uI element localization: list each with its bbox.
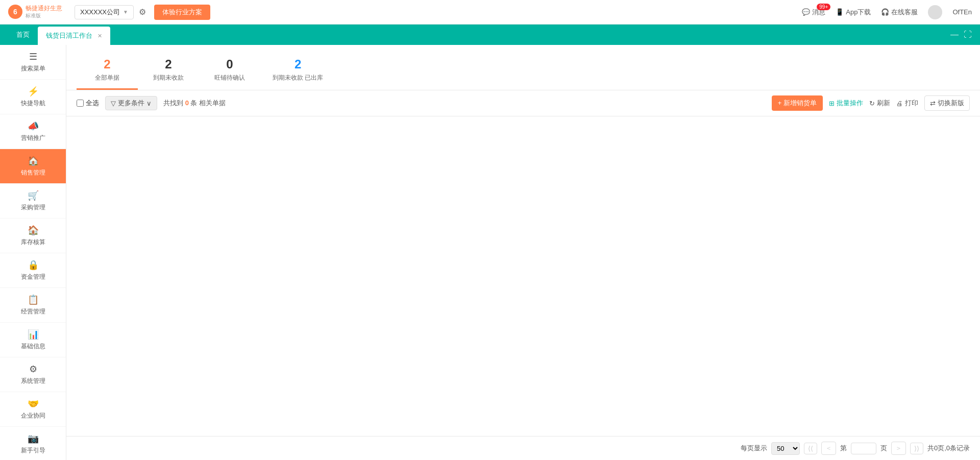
chevron-down-icon: ▼ xyxy=(123,9,128,15)
system-icon: ⚙ xyxy=(29,364,37,375)
trial-button[interactable]: 体验行业方案 xyxy=(154,5,210,20)
sidebar-item-inventory[interactable]: 🏠 库存核算 xyxy=(0,219,66,253)
stat-card-overdue_out[interactable]: 2 到期未收款 已出库 xyxy=(260,53,335,90)
close-tab-icon[interactable]: ✕ xyxy=(97,33,102,39)
sidebar-item-basic[interactable]: 📊 基础信息 xyxy=(0,323,66,357)
minimize-icon[interactable]: — xyxy=(950,30,959,39)
nav-tabs: 首页 钱货日清工作台 ✕ — ⛶ xyxy=(0,25,980,45)
stat-num-overdue_out: 2 xyxy=(295,57,301,71)
filter-icon: ▽ xyxy=(111,100,116,107)
result-suffix: 条 相关单据 xyxy=(190,99,226,107)
select-all-input[interactable] xyxy=(77,100,84,107)
sidebar-item-marketing[interactable]: 📣 营销推广 xyxy=(0,114,66,149)
last-page-button[interactable]: ⟩⟩ xyxy=(910,443,923,454)
stat-card-overdue[interactable]: 2 到期未收款 xyxy=(138,53,199,90)
logo-tag: 标准版 xyxy=(26,12,62,19)
print-button[interactable]: 🖨 打印 xyxy=(896,99,918,108)
logo-icon: 6 xyxy=(8,5,22,19)
sidebar-item-shortcut[interactable]: ⚡ 快捷导航 xyxy=(0,80,66,114)
sales-icon: 🏠 xyxy=(28,155,39,166)
tab-workbench-label: 钱货日清工作台 xyxy=(46,31,92,40)
prev-page-button[interactable]: ＜ xyxy=(821,442,836,455)
inventory-icon: 🏠 xyxy=(28,225,39,236)
total-info: 共0页,0条记录 xyxy=(927,444,970,453)
result-count: 0 xyxy=(185,99,189,107)
sidebar-item-label: 采购管理 xyxy=(21,203,45,212)
message-action[interactable]: 💬 消息 99+ xyxy=(802,8,825,17)
switch-version-button[interactable]: ⇄ 切换新版 xyxy=(924,95,970,111)
company-name: XXXXXX公司 xyxy=(80,8,120,17)
sidebar-item-operation[interactable]: 📋 经营管理 xyxy=(0,288,66,323)
logo-area: 6 畅捷通好生意 标准版 xyxy=(8,5,75,19)
basic-icon: 📊 xyxy=(28,329,39,340)
tab-workbench[interactable]: 钱货日清工作台 ✕ xyxy=(38,27,110,45)
stat-desc-all: 全部单据 xyxy=(95,74,119,82)
purchase-icon: 🛒 xyxy=(28,190,39,201)
settings-icon[interactable]: ⚙ xyxy=(139,7,146,17)
select-all-label: 全选 xyxy=(86,99,99,108)
result-text: 共找到 0 条 相关单据 xyxy=(163,99,226,108)
enterprise-icon: 🤝 xyxy=(28,398,39,409)
stat-num-overdue: 2 xyxy=(165,57,172,71)
refresh-button[interactable]: ↻ 刷新 xyxy=(869,99,890,108)
online-service-action[interactable]: 🎧 在线客服 xyxy=(881,8,918,17)
switch-label: 切换新版 xyxy=(938,99,964,108)
page-label: 第 xyxy=(840,444,847,453)
batch-action-button[interactable]: ⊞ 批量操作 xyxy=(829,99,863,108)
sidebar-item-label: 销售管理 xyxy=(21,168,45,177)
batch-label: 批量操作 xyxy=(837,99,863,108)
toolbar-left: 全选 ▽ 更多条件 ∨ 共找到 0 条 相关单据 xyxy=(77,96,766,110)
sidebar-item-guide[interactable]: 📷 新手引导 xyxy=(0,427,66,460)
per-page-select[interactable]: 2050100200 xyxy=(771,442,800,455)
sidebar-item-label: 经营管理 xyxy=(21,307,45,316)
sidebar-item-search[interactable]: ☰ 搜索菜单 xyxy=(0,45,66,80)
sidebar-item-label: 搜索菜单 xyxy=(21,64,45,73)
refresh-icon: ↻ xyxy=(869,100,875,107)
search-icon: ☰ xyxy=(29,51,37,62)
logo-name: 畅捷通好生意 xyxy=(26,5,62,12)
select-all-checkbox[interactable]: 全选 xyxy=(77,99,99,108)
page-end-label: 页 xyxy=(880,444,887,453)
sidebar-item-enterprise[interactable]: 🤝 企业协同 xyxy=(0,392,66,427)
sidebar-item-label: 系统管理 xyxy=(21,377,45,385)
operation-icon: 📋 xyxy=(28,294,39,305)
tab-home[interactable]: 首页 xyxy=(8,25,38,45)
filter-button[interactable]: ▽ 更多条件 ∨ xyxy=(105,96,157,110)
stat-num-pending: 0 xyxy=(226,57,233,71)
print-icon: 🖨 xyxy=(896,100,903,107)
sidebar-item-label: 库存核算 xyxy=(21,238,45,247)
next-page-button[interactable]: ＞ xyxy=(891,442,906,455)
sidebar-item-label: 企业协同 xyxy=(21,411,45,420)
sidebar-item-label: 新手引导 xyxy=(21,446,45,455)
stat-desc-overdue: 到期未收款 xyxy=(153,74,184,82)
sidebar-item-finance[interactable]: 🔒 资金管理 xyxy=(0,253,66,288)
stat-card-pending[interactable]: 0 旺铺待确认 xyxy=(199,53,260,90)
pagination: 每页显示 2050100200 ⟨⟨ ＜ 第 1 页 ＞ ⟩⟩ 共0页,0条记录 xyxy=(66,436,980,460)
batch-icon: ⊞ xyxy=(829,100,835,107)
sidebar: ☰ 搜索菜单 ⚡ 快捷导航 📣 营销推广 🏠 销售管理 🛒 采购管理 🏠 库存核… xyxy=(0,45,66,460)
avatar[interactable] xyxy=(928,5,942,19)
filter-label: 更多条件 xyxy=(118,99,144,108)
page-number-input[interactable]: 1 xyxy=(851,443,876,454)
per-page-label: 每页显示 xyxy=(741,444,767,453)
sidebar-item-purchase[interactable]: 🛒 采购管理 xyxy=(0,184,66,219)
marketing-icon: 📣 xyxy=(28,120,39,132)
sidebar-item-label: 快捷导航 xyxy=(21,99,45,108)
first-page-button[interactable]: ⟨⟨ xyxy=(804,443,817,454)
maximize-icon[interactable]: ⛶ xyxy=(964,30,972,39)
stat-num-all: 2 xyxy=(104,57,110,71)
sidebar-item-sales[interactable]: 🏠 销售管理 xyxy=(0,149,66,184)
online-service-label: 在线客服 xyxy=(891,8,918,17)
table-area xyxy=(66,116,980,436)
company-selector[interactable]: XXXXXX公司 ▼ xyxy=(75,5,134,19)
finance-icon: 🔒 xyxy=(28,259,39,271)
sidebar-item-label: 营销推广 xyxy=(21,134,45,142)
stat-card-all[interactable]: 2 全部单据 xyxy=(77,53,138,90)
add-sales-order-button[interactable]: + 新增销货单 xyxy=(772,95,823,111)
sidebar-item-system[interactable]: ⚙ 系统管理 xyxy=(0,357,66,392)
message-badge: 99+ xyxy=(817,4,830,10)
table-empty xyxy=(66,116,980,436)
chevron-filter-icon: ∨ xyxy=(146,100,152,107)
app-download-action[interactable]: 📱 App下载 xyxy=(836,8,871,17)
header-right: 💬 消息 99+ 📱 App下载 🎧 在线客服 OfTEn xyxy=(802,5,972,19)
